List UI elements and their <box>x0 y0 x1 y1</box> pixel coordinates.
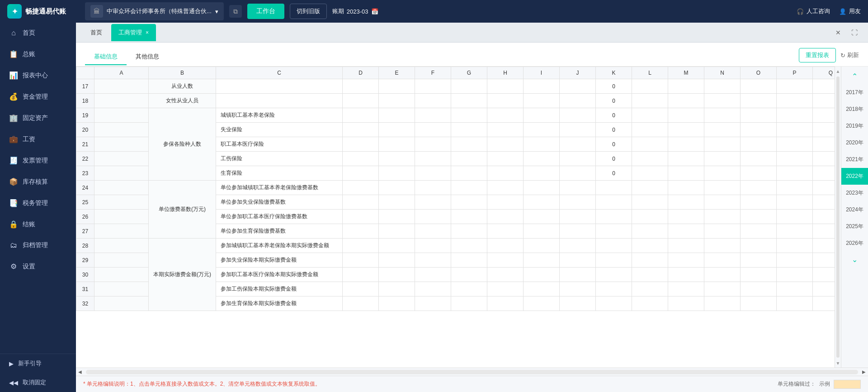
cell-22-n[interactable] <box>704 152 741 166</box>
cell-22-g[interactable] <box>451 152 487 166</box>
cell-25-m[interactable] <box>668 195 704 210</box>
cell-26-o[interactable] <box>741 210 777 224</box>
cell-17-j[interactable] <box>560 79 596 94</box>
cell-20-p[interactable] <box>777 123 813 137</box>
cell-32-j[interactable] <box>560 296 596 311</box>
cell-22-k[interactable]: 0 <box>596 152 632 166</box>
cell-21-c[interactable]: 职工基本医疗保险 <box>216 137 343 152</box>
cell-22-f[interactable] <box>415 152 451 166</box>
cell-20-i[interactable] <box>524 123 560 137</box>
cell-21-a[interactable] <box>94 137 149 152</box>
cell-31-h[interactable] <box>487 282 524 296</box>
cell-23-q[interactable] <box>813 166 835 181</box>
cell-24-d[interactable] <box>343 181 379 195</box>
cell-25-g[interactable] <box>451 195 487 210</box>
year-2022[interactable]: 2022年 <box>841 168 868 185</box>
cell-28-j[interactable] <box>560 239 596 253</box>
cell-29-j[interactable] <box>560 253 596 268</box>
cell-26-l[interactable] <box>632 210 668 224</box>
cell-31-k[interactable] <box>596 282 632 296</box>
sidebar-item-settings[interactable]: ⚙ 设置 <box>0 256 76 277</box>
sub-tab-basic[interactable]: 基础信息 <box>85 49 127 65</box>
cell-31-i[interactable] <box>524 282 560 296</box>
cell-18-q[interactable] <box>813 94 835 108</box>
cell-26-c[interactable]: 单位参加职工基本医疗保险缴费基数 <box>216 210 343 224</box>
cell-17-p[interactable] <box>777 79 813 94</box>
user-area[interactable]: 👤 用友 <box>839 7 861 15</box>
cell-19-f[interactable] <box>415 108 451 123</box>
cell-30-d[interactable] <box>343 268 379 282</box>
refresh-button[interactable]: ↻ 刷新 <box>840 51 859 59</box>
cell-24-k[interactable] <box>596 181 632 195</box>
cell-23-l[interactable] <box>632 166 668 181</box>
cell-24-e[interactable] <box>379 181 415 195</box>
cell-18-c[interactable] <box>216 94 343 108</box>
cell-28-h[interactable] <box>487 239 524 253</box>
copy-icon[interactable]: ⧉ <box>229 5 242 18</box>
cell-27-m[interactable] <box>668 224 704 239</box>
cell-30-k[interactable] <box>596 268 632 282</box>
cell-21-i[interactable] <box>524 137 560 152</box>
cell-21-d[interactable] <box>343 137 379 152</box>
cell-17-f[interactable] <box>415 79 451 94</box>
cell-22-p[interactable] <box>777 152 813 166</box>
cell-28-g[interactable] <box>451 239 487 253</box>
cell-17-i[interactable] <box>524 79 560 94</box>
cell-19-o[interactable] <box>741 108 777 123</box>
old-version-button[interactable]: 切到旧版 <box>290 4 327 19</box>
cell-29-d[interactable] <box>343 253 379 268</box>
horizontal-scrollbar[interactable]: ◀ ▶ <box>76 368 868 376</box>
maximize-icon[interactable]: ⛶ <box>848 26 861 39</box>
cell-30-c[interactable]: 参加职工基本医疗保险本期实际缴费金额 <box>216 268 343 282</box>
cell-26-j[interactable] <box>560 210 596 224</box>
cell-20-f[interactable] <box>415 123 451 137</box>
cell-17-k[interactable]: 0 <box>596 79 632 94</box>
cell-19-m[interactable] <box>668 108 704 123</box>
cell-23-a[interactable] <box>94 166 149 181</box>
cell-27-e[interactable] <box>379 224 415 239</box>
cell-22-j[interactable] <box>560 152 596 166</box>
cell-28-m[interactable] <box>668 239 704 253</box>
cell-31-o[interactable] <box>741 282 777 296</box>
cell-24-i[interactable] <box>524 181 560 195</box>
workbench-button[interactable]: 工作台 <box>247 4 284 19</box>
sidebar-item-invoice[interactable]: 🧾 发票管理 <box>0 150 76 171</box>
cell-20-n[interactable] <box>704 123 741 137</box>
cell-19-e[interactable] <box>379 108 415 123</box>
cell-24-n[interactable] <box>704 181 741 195</box>
cell-29-o[interactable] <box>741 253 777 268</box>
cell-27-n[interactable] <box>704 224 741 239</box>
cell-28-o[interactable] <box>741 239 777 253</box>
cell-19-p[interactable] <box>777 108 813 123</box>
cell-23-g[interactable] <box>451 166 487 181</box>
cell-27-h[interactable] <box>487 224 524 239</box>
cell-30-q[interactable] <box>813 268 835 282</box>
cell-32-h[interactable] <box>487 296 524 311</box>
cell-23-o[interactable] <box>741 166 777 181</box>
tab-bizinfo[interactable]: 工商管理 × <box>111 24 156 41</box>
cell-17-d[interactable] <box>343 79 379 94</box>
cell-20-j[interactable] <box>560 123 596 137</box>
sub-tab-other[interactable]: 其他信息 <box>127 49 168 65</box>
cell-21-q[interactable] <box>813 137 835 152</box>
cell-30-h[interactable] <box>487 268 524 282</box>
sidebar-item-ledger[interactable]: 📋 总账 <box>0 43 76 65</box>
cell-19-q[interactable] <box>813 108 835 123</box>
cell-29-k[interactable] <box>596 253 632 268</box>
cell-30-o[interactable] <box>741 268 777 282</box>
cell-26-k[interactable] <box>596 210 632 224</box>
year-2024[interactable]: 2024年 <box>841 201 868 218</box>
cell-28-a[interactable] <box>94 239 149 253</box>
cell-25-f[interactable] <box>415 195 451 210</box>
cell-22-e[interactable] <box>379 152 415 166</box>
cell-31-l[interactable] <box>632 282 668 296</box>
cell-24-l[interactable] <box>632 181 668 195</box>
cell-30-j[interactable] <box>560 268 596 282</box>
cell-20-k[interactable]: 0 <box>596 123 632 137</box>
cell-29-q[interactable] <box>813 253 835 268</box>
cell-29-l[interactable] <box>632 253 668 268</box>
cell-26-h[interactable] <box>487 210 524 224</box>
cell-26-n[interactable] <box>704 210 741 224</box>
year-nav-up[interactable]: ⌃ <box>841 68 868 84</box>
cell-23-n[interactable] <box>704 166 741 181</box>
